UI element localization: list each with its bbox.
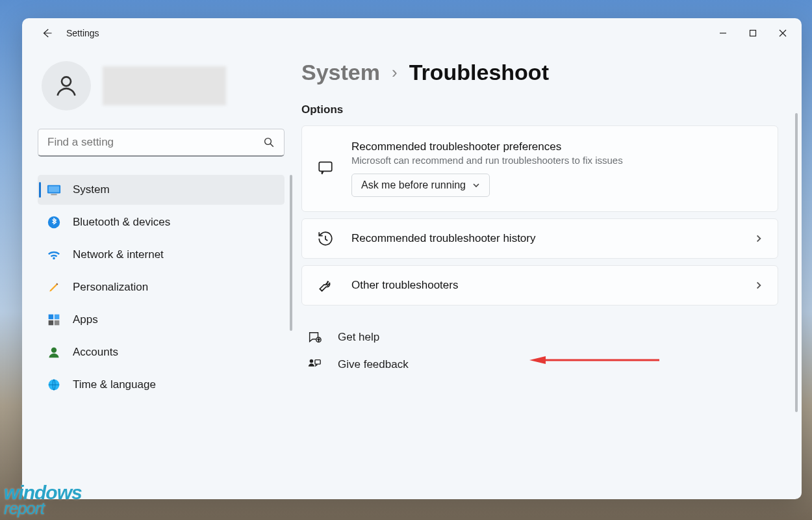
svg-rect-8 [49, 187, 60, 192]
feedback-label: Give feedback [338, 358, 409, 371]
minimize-button[interactable] [708, 20, 738, 46]
search-input[interactable] [47, 136, 252, 149]
search-box[interactable] [38, 129, 285, 157]
feedback-icon [307, 358, 322, 372]
help-label: Get help [338, 331, 379, 344]
sidebar-item-personalization[interactable]: Personalization [38, 272, 285, 302]
svg-text:?: ? [318, 338, 320, 342]
sidebar-item-label: Network & internet [73, 248, 164, 261]
system-icon [47, 183, 61, 197]
sidebar-item-network[interactable]: Network & internet [38, 240, 285, 270]
username-redacted [103, 66, 226, 105]
brush-icon [47, 280, 61, 294]
sidebar-item-time-language[interactable]: Time & language [38, 370, 285, 400]
chevron-right-icon: › [392, 62, 398, 83]
back-button[interactable] [39, 25, 55, 41]
card-subtitle: Microsoft can recommend and run troubles… [351, 155, 763, 166]
card-title: Recommended troubleshooter preferences [351, 140, 763, 153]
breadcrumb-parent[interactable]: System [301, 60, 380, 85]
sidebar-item-label: Personalization [73, 281, 148, 294]
sidebar-item-label: Time & language [73, 378, 156, 391]
chevron-right-icon [754, 234, 763, 243]
sidebar-item-label: Bluetooth & devices [73, 216, 170, 229]
bluetooth-icon [47, 215, 61, 229]
sidebar-item-label: System [73, 183, 110, 196]
dropdown-value: Ask me before running [361, 179, 466, 191]
search-icon [263, 136, 275, 148]
card-title: Other troubleshooters [351, 279, 737, 292]
card-preferences[interactable]: Recommended troubleshooter preferences M… [301, 125, 778, 212]
accounts-icon [47, 345, 61, 359]
settings-window: Settings [22, 18, 802, 499]
sidebar-scrollbar[interactable] [290, 175, 292, 331]
chevron-down-icon [472, 181, 480, 189]
card-history[interactable]: Recommended troubleshooter history [301, 218, 778, 259]
svg-point-4 [62, 77, 71, 86]
breadcrumb: System › Troubleshoot [301, 60, 778, 85]
desktop-background: Settings [0, 0, 812, 520]
sidebar-item-label: Accounts [73, 346, 118, 359]
titlebar: Settings [22, 18, 802, 48]
card-title: Recommended troubleshooter history [351, 232, 737, 245]
maximize-button[interactable] [738, 20, 768, 46]
svg-rect-9 [51, 194, 57, 195]
preferences-dropdown[interactable]: Ask me before running [351, 174, 490, 197]
avatar [42, 61, 91, 110]
sidebar-item-label: Apps [73, 313, 98, 326]
svg-rect-21 [315, 360, 320, 364]
options-heading: Options [301, 103, 778, 116]
card-other-troubleshooters[interactable]: Other troubleshooters [301, 265, 778, 306]
nav-list: System Bluetooth & devices Network & int… [38, 175, 285, 402]
svg-point-15 [51, 348, 57, 353]
chat-icon [316, 159, 335, 177]
wifi-icon [47, 248, 61, 262]
main-content: System › Troubleshoot Options Recommende… [295, 48, 799, 499]
app-title: Settings [66, 28, 99, 38]
sidebar-item-bluetooth[interactable]: Bluetooth & devices [38, 207, 285, 237]
svg-rect-11 [49, 315, 54, 320]
main-scrollbar[interactable] [795, 113, 798, 412]
svg-rect-1 [750, 31, 756, 36]
profile-block[interactable] [38, 61, 285, 110]
wrench-icon [316, 276, 335, 294]
close-button[interactable] [768, 20, 798, 46]
apps-icon [47, 313, 61, 327]
sidebar: System Bluetooth & devices Network & int… [22, 48, 295, 499]
svg-rect-12 [55, 315, 60, 320]
sidebar-item-apps[interactable]: Apps [38, 305, 285, 335]
watermark: windows report [4, 484, 82, 516]
breadcrumb-current: Troubleshoot [409, 60, 549, 85]
svg-rect-17 [319, 162, 332, 171]
give-feedback-link[interactable]: Give feedback [301, 351, 778, 378]
globe-clock-icon [47, 378, 61, 392]
svg-rect-13 [49, 320, 54, 326]
svg-point-5 [265, 138, 272, 145]
svg-rect-14 [55, 320, 60, 326]
window-controls [708, 20, 798, 46]
help-icon: ? [307, 330, 322, 344]
sidebar-item-accounts[interactable]: Accounts [38, 337, 285, 367]
history-icon [316, 229, 335, 248]
get-help-link[interactable]: ? Get help [301, 324, 778, 351]
svg-line-6 [270, 144, 273, 147]
svg-point-20 [310, 359, 314, 363]
chevron-right-icon [754, 281, 763, 290]
sidebar-item-system[interactable]: System [38, 175, 285, 205]
